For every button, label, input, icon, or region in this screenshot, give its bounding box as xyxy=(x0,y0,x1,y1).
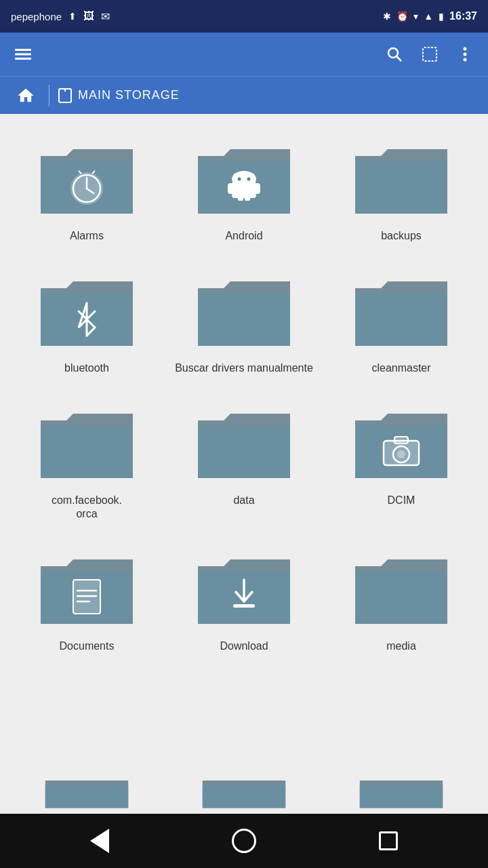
svg-rect-30 xyxy=(394,437,408,443)
folder-backups[interactable]: backups xyxy=(325,130,477,249)
dcim-label: DCIM xyxy=(388,494,415,508)
cleanmaster-folder-icon xyxy=(347,268,455,356)
svg-point-22 xyxy=(232,171,256,187)
backups-label: backups xyxy=(381,229,422,243)
svg-rect-1 xyxy=(15,54,31,56)
storage-label: Main Storage xyxy=(78,88,180,102)
alarms-label: Alarms xyxy=(70,229,104,243)
facebook-label: com.facebook.orca xyxy=(52,494,122,522)
upload-icon: ⬆ xyxy=(68,11,77,22)
svg-rect-37 xyxy=(233,604,255,608)
nav-bar xyxy=(0,814,488,868)
battery-icon: ▮ xyxy=(439,11,444,22)
cleanmaster-label: cleanmaster xyxy=(371,361,430,376)
data-folder-icon xyxy=(190,400,298,488)
status-right: ✱ ⏰ ▾ ▲ ▮ 16:37 xyxy=(383,10,477,22)
menu-button[interactable] xyxy=(8,39,38,69)
download-label: Download xyxy=(220,639,268,654)
toolbar xyxy=(0,33,488,76)
mail-icon: ✉ xyxy=(101,10,110,23)
home-icon xyxy=(232,829,256,853)
select-button[interactable] xyxy=(415,39,445,69)
svg-rect-21 xyxy=(245,193,250,201)
android-folder-icon xyxy=(190,136,298,224)
home-breadcrumb-button[interactable] xyxy=(11,81,41,111)
carrier-name: pepephone xyxy=(11,11,62,22)
buscar-label: Buscar drivers manualmente xyxy=(175,361,313,376)
alarms-folder-icon xyxy=(33,136,141,224)
folder-cleanmaster[interactable]: cleanmaster xyxy=(325,262,477,381)
breadcrumb-bar: Main Storage xyxy=(0,76,488,114)
folder-data[interactable]: data xyxy=(168,395,320,528)
alarm-status-icon: ⏰ xyxy=(396,11,408,22)
documents-label: Documents xyxy=(60,639,115,654)
svg-point-23 xyxy=(238,178,241,181)
svg-point-24 xyxy=(247,178,251,181)
image-icon: 🖼 xyxy=(83,10,94,22)
folder-media[interactable]: media xyxy=(325,540,477,659)
backups-folder-icon xyxy=(347,136,455,224)
content-area: Alarms Android xyxy=(0,114,488,781)
android-label: Android xyxy=(225,229,262,243)
folder-documents[interactable]: Documents xyxy=(11,540,163,659)
download-folder-icon xyxy=(190,546,298,634)
signal-icon: ▲ xyxy=(424,11,433,22)
partial-folder-3 xyxy=(325,781,477,811)
partial-folder-2 xyxy=(168,781,320,811)
documents-folder-icon xyxy=(33,546,141,634)
facebook-folder-icon xyxy=(33,400,141,488)
svg-rect-0 xyxy=(15,49,31,51)
svg-rect-19 xyxy=(255,183,260,194)
partial-folder-1 xyxy=(11,781,163,811)
folder-bluetooth[interactable]: bluetooth xyxy=(11,262,163,381)
svg-point-6 xyxy=(464,47,467,51)
svg-rect-18 xyxy=(228,183,233,194)
recents-button[interactable] xyxy=(371,824,405,858)
folder-buscar-drivers[interactable]: Buscar drivers manualmente xyxy=(168,262,320,381)
svg-point-3 xyxy=(388,48,398,58)
media-label: media xyxy=(386,639,416,654)
partial-folder-icon-1 xyxy=(33,781,141,811)
buscar-folder-icon xyxy=(190,268,298,356)
partial-folder-icon-3 xyxy=(347,781,455,811)
wifi-icon: ▾ xyxy=(413,11,418,22)
partial-folder-icon-2 xyxy=(190,781,298,811)
status-time: 16:37 xyxy=(449,10,477,22)
folder-alarms[interactable]: Alarms xyxy=(11,130,163,249)
media-folder-icon xyxy=(347,546,455,634)
back-icon xyxy=(90,829,109,853)
dcim-folder-icon xyxy=(347,400,455,488)
data-label: data xyxy=(233,494,254,508)
home-button[interactable] xyxy=(227,824,261,858)
folder-download[interactable]: Download xyxy=(168,540,320,659)
folder-facebook-orca[interactable]: com.facebook.orca xyxy=(11,395,163,528)
bluetooth-folder-icon xyxy=(33,268,141,356)
toolbar-actions xyxy=(380,39,480,69)
more-button[interactable] xyxy=(450,39,480,69)
svg-rect-20 xyxy=(238,193,243,201)
svg-line-4 xyxy=(397,57,402,62)
folder-android[interactable]: Android xyxy=(168,130,320,249)
back-button[interactable] xyxy=(83,824,117,858)
status-left: pepephone ⬆ 🖼 ✉ xyxy=(11,10,110,23)
svg-point-8 xyxy=(464,58,467,62)
svg-rect-5 xyxy=(423,47,436,61)
recents-icon xyxy=(379,831,398,850)
bluetooth-label: bluetooth xyxy=(64,361,109,376)
svg-point-32 xyxy=(397,450,405,458)
svg-rect-2 xyxy=(15,58,31,60)
bluetooth-status-icon: ✱ xyxy=(383,11,391,22)
partial-folder-row xyxy=(0,781,488,814)
folder-grid: Alarms Android xyxy=(11,130,477,659)
search-button[interactable] xyxy=(380,39,409,69)
breadcrumb-divider xyxy=(49,85,49,106)
svg-point-7 xyxy=(464,53,467,56)
status-bar: pepephone ⬆ 🖼 ✉ ✱ ⏰ ▾ ▲ ▮ 16:37 xyxy=(0,0,488,33)
folder-dcim[interactable]: DCIM xyxy=(325,395,477,528)
breadcrumb-path: Main Storage xyxy=(58,87,180,104)
